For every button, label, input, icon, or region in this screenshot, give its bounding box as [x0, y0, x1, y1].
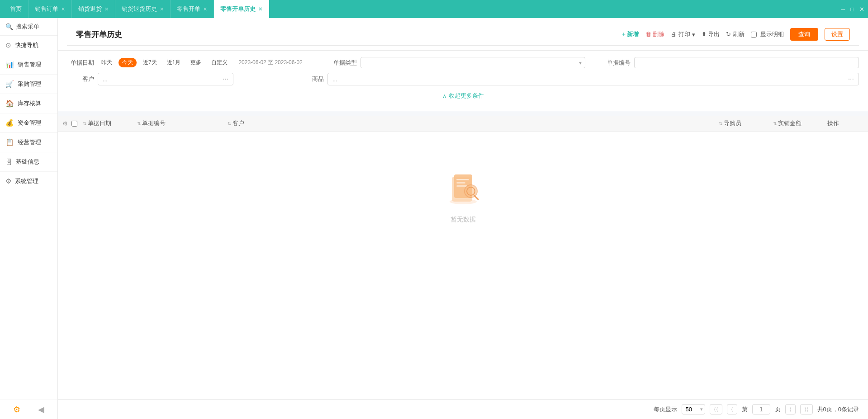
- col-salesperson-label: 导购员: [724, 119, 741, 127]
- date-range-display: 2023-06-02 至 2023-06-02: [238, 59, 302, 66]
- tab-sales-return-close[interactable]: ✕: [104, 6, 109, 12]
- date-btn-yesterday[interactable]: 昨天: [98, 58, 116, 67]
- sort-arrow-icon-5: ⇅: [773, 121, 777, 126]
- svg-rect-4: [456, 182, 465, 184]
- first-page-btn[interactable]: ⟨⟨: [710, 404, 722, 414]
- empty-state: 暂无数据: [58, 132, 868, 260]
- export-button[interactable]: ⬆ 导出: [702, 30, 720, 38]
- date-btn-more[interactable]: 更多: [187, 58, 205, 67]
- sidebar-item-quick-nav-label: 快捷导航: [15, 41, 38, 49]
- current-page-input[interactable]: [752, 404, 770, 414]
- sidebar-item-inventory[interactable]: 🏠 库存核算: [0, 94, 57, 113]
- tab-retail-open-history[interactable]: 零售开单历史 ✕: [214, 0, 269, 18]
- goods-dots-icon: ···: [848, 75, 854, 83]
- show-detail-checkbox[interactable]: [751, 32, 757, 38]
- refresh-button[interactable]: ↻ 刷新: [726, 30, 745, 38]
- goods-filter-label: 商品: [297, 75, 324, 83]
- sys-mgmt-icon: ⚙: [5, 177, 11, 185]
- col-header-date[interactable]: ⇅ 单据日期: [83, 119, 137, 127]
- select-all-checkbox[interactable]: [71, 121, 77, 127]
- total-info: 共0页，0条记录: [817, 405, 859, 414]
- quick-nav-icon: ⊙: [5, 41, 11, 49]
- type-select[interactable]: [360, 57, 585, 68]
- col-header-customer[interactable]: ⇅ 客户: [228, 119, 719, 127]
- sort-arrow-icon-2: ⇅: [137, 121, 141, 126]
- sidebar-settings-icon[interactable]: ⚙: [13, 405, 20, 414]
- tab-retail-open[interactable]: 零售开单 ✕: [171, 0, 214, 18]
- col-header-no[interactable]: ⇅ 单据编号: [137, 119, 228, 127]
- col-no-label: 单据编号: [142, 119, 166, 127]
- tab-retail-open-history-close[interactable]: ✕: [258, 6, 262, 12]
- date-btn-custom[interactable]: 自定义: [208, 58, 231, 67]
- table-header: ⚙ ⇅ 单据日期 ⇅ 单据编号 ⇅ 客户 ⇅ 导购员: [58, 116, 868, 132]
- table-settings-icon[interactable]: ⚙: [62, 120, 68, 127]
- date-filter-label: 单据日期: [67, 59, 94, 67]
- sidebar-search[interactable]: 🔍 搜索采单: [0, 18, 57, 36]
- sidebar-item-sys-mgmt[interactable]: ⚙ 系统管理: [0, 172, 57, 191]
- tab-sales-order[interactable]: 销售订单 ✕: [28, 0, 72, 18]
- print-label: 🖨 打印: [671, 30, 690, 38]
- date-btn-1month[interactable]: 近1月: [163, 58, 185, 67]
- sidebar-item-purchase-mgmt[interactable]: 🛒 采购管理: [0, 75, 57, 94]
- last-page-btn[interactable]: ⟩⟩: [800, 404, 813, 414]
- sidebar-item-finance[interactable]: 💰 资金管理: [0, 113, 57, 133]
- tab-sales-return-history[interactable]: 销货退货历史 ✕: [115, 0, 171, 18]
- tab-sales-return[interactable]: 销货退货 ✕: [72, 0, 115, 18]
- sidebar-item-base-info-label: 基础信息: [16, 158, 39, 166]
- finance-icon: 💰: [5, 119, 14, 127]
- page-prefix-label: 第: [742, 405, 748, 414]
- page-header-wrap: 零售开单历史 + 新增 🗑 删除 🖨 打印 ▾ ⬆ 导出: [58, 18, 868, 51]
- per-page-select[interactable]: 50 20 100: [682, 404, 705, 414]
- query-button[interactable]: 查询: [790, 28, 818, 41]
- sidebar-item-base-info[interactable]: 🗄 基础信息: [0, 152, 57, 172]
- goods-input[interactable]: [332, 76, 848, 83]
- sidebar-collapse-icon[interactable]: ◀: [38, 405, 44, 414]
- sidebar-item-inventory-label: 库存核算: [18, 99, 41, 108]
- print-button[interactable]: 🖨 打印 ▾: [671, 30, 695, 38]
- sidebar-item-operations[interactable]: 📋 经营管理: [0, 133, 57, 152]
- col-header-salesperson[interactable]: ⇅ 导购员: [719, 119, 773, 127]
- date-btn-today[interactable]: 今天: [119, 58, 137, 67]
- no-input[interactable]: [639, 59, 854, 66]
- show-detail-label: 显示明细: [760, 30, 784, 38]
- delete-button[interactable]: 🗑 删除: [645, 30, 665, 38]
- sidebar-item-finance-label: 资金管理: [18, 119, 41, 127]
- show-detail-toggle[interactable]: 显示明细: [751, 30, 784, 38]
- tab-sales-return-history-close[interactable]: ✕: [160, 6, 164, 12]
- sidebar-item-purchase-mgmt-label: 采购管理: [18, 80, 41, 88]
- operations-icon: 📋: [5, 138, 14, 146]
- filter-area: 单据日期 昨天 今天 近7天 近1月 更多 自定义 2023-06-02 至 2…: [58, 51, 868, 111]
- collapse-btn[interactable]: ∧ 收起更多条件: [442, 90, 484, 102]
- tab-sales-order-close[interactable]: ✕: [61, 6, 65, 12]
- tab-home[interactable]: 首页: [4, 0, 28, 18]
- tab-home-label: 首页: [10, 5, 22, 13]
- type-select-wrap: ▾: [360, 57, 585, 68]
- sort-arrow-icon: ⇅: [83, 121, 86, 126]
- tab-sales-order-label: 销售订单: [35, 5, 58, 13]
- sidebar-bottom: ⚙ ◀: [0, 400, 57, 419]
- customer-input[interactable]: [103, 76, 223, 83]
- table-area: ⚙ ⇅ 单据日期 ⇅ 单据编号 ⇅ 客户 ⇅ 导购员: [58, 116, 868, 399]
- tab-retail-open-close[interactable]: ✕: [203, 6, 207, 12]
- tab-retail-open-label: 零售开单: [177, 5, 200, 13]
- col-header-amount[interactable]: ⇅ 实销金额: [773, 119, 827, 127]
- add-button[interactable]: + 新增: [622, 30, 639, 38]
- prev-page-btn[interactable]: ⟨: [727, 404, 737, 414]
- next-page-btn[interactable]: ⟩: [785, 404, 796, 414]
- window-min-btn[interactable]: ─: [841, 6, 845, 13]
- filter-date-col: 单据日期 昨天 今天 近7天 近1月 更多 自定义 2023-06-02 至 2…: [67, 58, 303, 67]
- sales-mgmt-icon: 📊: [5, 61, 14, 69]
- setting-button[interactable]: 设置: [825, 28, 850, 41]
- window-max-btn[interactable]: □: [850, 6, 854, 13]
- add-label: + 新增: [622, 30, 639, 38]
- page-header: 零售开单历史 + 新增 🗑 删除 🖨 打印 ▾ ⬆ 导出: [67, 23, 859, 46]
- sort-arrow-icon-4: ⇅: [719, 121, 722, 126]
- svg-line-8: [474, 196, 478, 199]
- sidebar-item-sales-mgmt[interactable]: 📊 销售管理: [0, 55, 57, 75]
- sidebar-item-operations-label: 经营管理: [18, 138, 41, 146]
- delete-label: 🗑 删除: [645, 30, 665, 38]
- sidebar-item-quick-nav[interactable]: ⊙ 快捷导航: [0, 36, 57, 55]
- tab-retail-open-history-label: 零售开单历史: [220, 5, 256, 13]
- window-close-btn[interactable]: ✕: [859, 6, 864, 13]
- date-btn-7days[interactable]: 近7天: [139, 58, 161, 67]
